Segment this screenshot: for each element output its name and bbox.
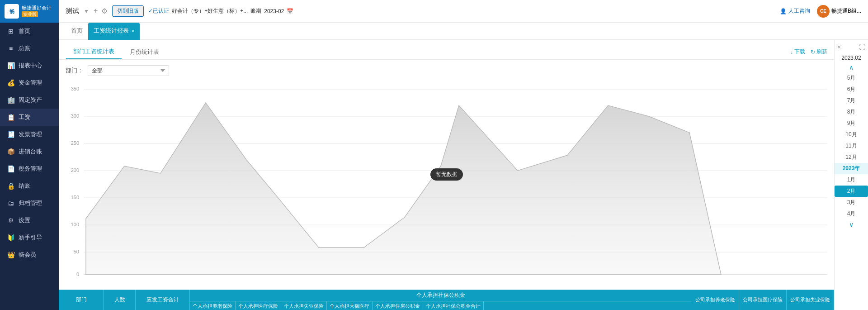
inner-tab-month[interactable]: 月份统计表	[122, 45, 167, 59]
refresh-button[interactable]: ↻ 刷新	[811, 48, 827, 56]
tax-icon: 📄	[7, 165, 15, 173]
sidebar-item-invoice[interactable]: 🧾 发票管理	[0, 126, 59, 143]
sidebar-item-funds[interactable]: 💰 资金管理	[0, 74, 59, 91]
purchase-icon: 📦	[7, 148, 15, 156]
user-label: 畅捷通B组...	[831, 7, 861, 15]
svg-text:300: 300	[71, 113, 79, 119]
funds-icon: 💰	[7, 79, 15, 87]
sidebar-item-reports[interactable]: 📊 报表中心	[0, 57, 59, 74]
tab-home[interactable]: 首页	[66, 23, 88, 40]
download-label: 下载	[794, 48, 805, 56]
inner-tab-dept-label: 部门工资统计表	[73, 48, 114, 55]
dept-filter-label: 部门：	[66, 67, 83, 75]
date-month-4[interactable]: 4月	[835, 208, 868, 219]
right-date-panel: × ⛶ 2023.02 ∧ 5月 6月 7月 8月 9月 10月 11月 12月…	[834, 40, 868, 310]
date-year-2023: 2023年	[835, 163, 868, 174]
col-company-pension: 公司承担养老保险	[692, 290, 739, 310]
ledger-icon: ≡	[7, 44, 15, 52]
svg-marker-16	[86, 103, 721, 275]
user-menu[interactable]: CE 畅捷通B组...	[817, 5, 861, 18]
date-month-11[interactable]: 11月	[835, 140, 868, 152]
date-up-button[interactable]: ∧	[835, 62, 868, 72]
date-month-8[interactable]: 8月	[835, 106, 868, 118]
tab-close-icon[interactable]: ×	[132, 28, 134, 33]
filter-bar: 部门： 全部 销售部 技术部 财务部 行政部	[59, 60, 834, 81]
sidebar-item-salary[interactable]: 📋 工资	[0, 109, 59, 126]
sidebar-item-close[interactable]: 🔒 结账	[0, 177, 59, 195]
sidebar-label-tax: 税务管理	[19, 165, 42, 173]
period-label: 账期	[250, 7, 261, 15]
topbar-status: ✓已认证 好会计（专）+好生意（标）+... 账期 2023-02 📅	[148, 7, 293, 15]
sidebar-item-home[interactable]: ⊞ 首页	[0, 23, 59, 40]
sidebar-label-invoice: 发票管理	[19, 130, 42, 138]
svg-text:250: 250	[71, 140, 79, 146]
logo-badge: 专业版	[22, 11, 38, 17]
sidebar-item-tax[interactable]: 📄 税务管理	[0, 160, 59, 177]
chart-tooltip: 暂无数据	[430, 168, 463, 181]
tab-salary-report[interactable]: 工资统计报表 ×	[88, 23, 140, 40]
newguide-icon: 🔰	[7, 234, 15, 242]
calendar-icon[interactable]: 📅	[287, 8, 293, 14]
tabbar: 首页 工资统计报表 ×	[59, 23, 868, 40]
topbar-title: 测试	[66, 7, 79, 15]
archive-icon: 🗂	[7, 199, 15, 207]
date-month-1[interactable]: 1月	[835, 174, 868, 186]
sidebar-item-newguide[interactable]: 🔰 新手引导	[0, 229, 59, 246]
support-button[interactable]: 👤 人工咨询	[780, 7, 810, 15]
sidebar-label-archive: 归档管理	[19, 199, 42, 207]
svg-text:50: 50	[74, 249, 79, 254]
sidebar-label-home: 首页	[19, 27, 30, 35]
date-down-button[interactable]: ∨	[835, 219, 868, 229]
date-month-12[interactable]: 12月	[835, 152, 868, 163]
topbar-arrow-icon: ▼	[84, 8, 89, 14]
inner-tab-dept[interactable]: 部门工资统计表	[66, 44, 122, 59]
sidebar-label-newguide: 新手引导	[19, 234, 42, 242]
col-group-personal: 个人承担社保公积金 个人承担养老保险 个人承担医疗保险 个人承担失业保险 个人承…	[190, 290, 692, 310]
svg-text:200: 200	[71, 167, 79, 173]
date-month-9[interactable]: 9月	[835, 118, 868, 129]
date-month-6[interactable]: 6月	[835, 84, 868, 95]
sidebar-label-assets: 固定资产	[19, 96, 42, 104]
content-main: 部门工资统计表 月份统计表 ↓ 下载 ↻ 刷新	[59, 40, 834, 310]
chart-svg: 350 300 250 200 150 100 50	[66, 84, 827, 285]
col-personal-bigmedical: 个人承担大额医疗	[327, 301, 373, 310]
col-total-salary: 应发工资合计	[136, 290, 190, 310]
date-month-10[interactable]: 10月	[835, 129, 868, 140]
panel-expand-icon[interactable]: ⛶	[859, 43, 865, 51]
sidebar-item-archive[interactable]: 🗂 归档管理	[0, 195, 59, 212]
close-accounts-icon: 🔒	[7, 182, 15, 190]
date-month-2-active[interactable]: 2月	[835, 186, 868, 197]
download-button[interactable]: ↓ 下载	[790, 48, 805, 56]
col-personal-pension: 个人承担养老保险	[190, 301, 236, 310]
sidebar-item-assets[interactable]: 🏢 固定资产	[0, 91, 59, 109]
settings-icon: ⚙	[7, 216, 15, 224]
sidebar-label-reports: 报表中心	[19, 62, 42, 70]
sidebar-label-settings: 设置	[19, 216, 30, 224]
sidebar-item-purchase[interactable]: 📦 进销台账	[0, 143, 59, 160]
date-month-5[interactable]: 5月	[835, 72, 868, 84]
panel-close-button[interactable]: ×	[837, 43, 841, 51]
col-company-unemployment: 公司承担失业保险	[787, 290, 834, 310]
add-icon[interactable]: +	[94, 7, 98, 15]
chart-area: 350 300 250 200 150 100 50	[59, 81, 834, 290]
col-count: 人数	[104, 290, 136, 310]
sidebar-item-member[interactable]: 👑 畅会员	[0, 246, 59, 263]
gear-icon[interactable]: ⚙	[101, 7, 108, 15]
sidebar-logo: 畅 畅捷通好会计 专业版	[0, 0, 59, 23]
account-status: 好会计（专）+好生意（标）+...	[172, 7, 248, 15]
col-personal-total: 个人承担社保公积金合计	[423, 301, 484, 310]
table-header-row: 部门 人数 应发工资合计 个人承担社保公积金 个人承担养老保险	[59, 290, 834, 310]
salary-icon: 📋	[7, 113, 15, 121]
sidebar-item-settings[interactable]: ⚙ 设置	[0, 212, 59, 229]
date-month-3[interactable]: 3月	[835, 197, 868, 208]
col-personal-housing: 个人承担住房公积金	[373, 301, 423, 310]
sidebar-item-ledger[interactable]: ≡ 总账	[0, 40, 59, 57]
content-area: 部门工资统计表 月份统计表 ↓ 下载 ↻ 刷新	[59, 40, 868, 310]
dept-filter-select[interactable]: 全部 销售部 技术部 财务部 行政部	[88, 65, 169, 76]
inner-tabs: 部门工资统计表 月份统计表 ↓ 下载 ↻ 刷新	[59, 40, 834, 60]
sidebar-label-ledger: 总账	[19, 44, 30, 52]
date-month-7[interactable]: 7月	[835, 95, 868, 106]
svg-text:150: 150	[71, 195, 79, 200]
switch-old-button[interactable]: 切到旧版	[112, 5, 144, 17]
logo-icon: 畅	[5, 4, 19, 19]
